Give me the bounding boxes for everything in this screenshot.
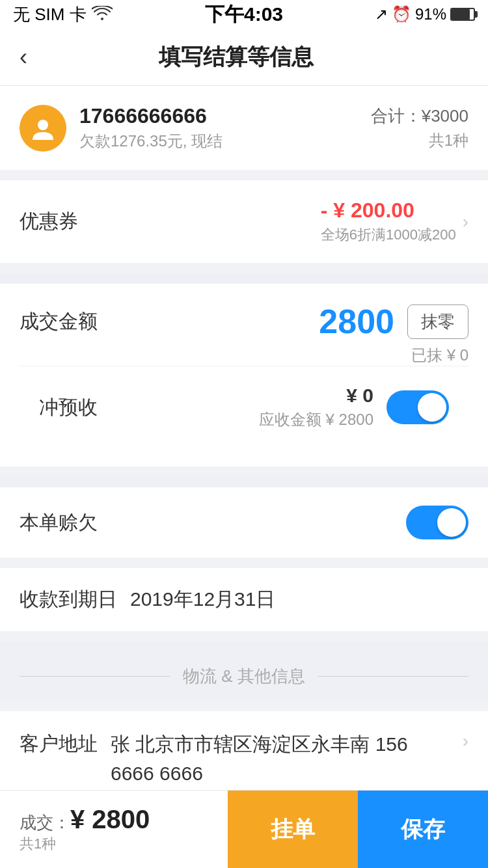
alarm-icon: ⏰: [392, 5, 411, 23]
location-icon: ↗: [375, 5, 388, 23]
round-button[interactable]: 抹零: [407, 305, 468, 339]
deal-section: 成交金额 2800 抹零 已抹 ¥ 0 冲预收 ¥ 0 应收金额 ¥ 2800: [0, 284, 488, 467]
user-card: 17666666666 欠款1276.35元, 现结 合计：¥3000 共1种: [0, 86, 488, 170]
deal-amount-row: 成交金额 2800 抹零: [20, 302, 468, 341]
coupon-row[interactable]: 优惠券 - ¥ 200.00 全场6折满1000减200 ›: [0, 180, 488, 263]
divider-line-right: [318, 676, 468, 677]
bottom-bar: 成交：¥ 2800 共1种 挂单 保存: [0, 790, 488, 868]
coupon-desc: 全场6折满1000减200: [321, 225, 456, 245]
chevron-right-icon: ›: [463, 211, 468, 232]
pending-button[interactable]: 挂单: [228, 791, 358, 868]
deal-label: 成交金额: [20, 308, 98, 335]
bottom-deal-count: 共1种: [20, 834, 208, 854]
wifi-icon: [92, 5, 113, 25]
bottom-info: 成交：¥ 2800 共1种: [0, 791, 228, 868]
user-total: 合计：¥3000 共1种: [371, 105, 468, 151]
carrier-text: 无 SIM 卡: [13, 3, 87, 26]
user-subtext: 欠款1276.35元, 现结: [79, 131, 223, 152]
deal-sub: 已抹 ¥ 0: [20, 345, 468, 366]
battery-text: 91%: [415, 5, 446, 23]
owing-toggle-knob: [437, 508, 466, 537]
status-left: 无 SIM 卡: [13, 3, 113, 26]
prepay-toggle[interactable]: [386, 390, 449, 424]
divider-text: 物流 & 其他信息: [183, 665, 305, 688]
bottom-deal-row: 成交：¥ 2800: [20, 805, 208, 834]
divider-line-left: [20, 676, 170, 677]
owing-toggle[interactable]: [406, 506, 468, 539]
prepay-amount-block: ¥ 0 应收金额 ¥ 2800: [259, 385, 373, 430]
prepay-right: ¥ 0 应收金额 ¥ 2800: [259, 385, 449, 430]
status-time: 下午4:03: [205, 1, 283, 28]
prepay-label: 冲预收: [39, 394, 98, 421]
address-label: 客户地址: [20, 731, 98, 757]
deal-amount-value: 2800: [319, 302, 394, 341]
save-button[interactable]: 保存: [358, 791, 488, 868]
section-divider: 物流 & 其他信息: [0, 652, 488, 701]
toggle-knob: [418, 393, 446, 422]
user-info-left: 17666666666 欠款1276.35元, 现结: [20, 104, 223, 152]
user-phone: 17666666666: [79, 104, 223, 128]
user-details: 17666666666 欠款1276.35元, 现结: [79, 104, 223, 152]
battery-icon: [450, 8, 475, 21]
prepay-sub: 应收金额 ¥ 2800: [259, 409, 373, 430]
nav-bar: ‹ 填写结算等信息: [0, 29, 488, 86]
prepay-row: 冲预收 ¥ 0 应收金额 ¥ 2800: [20, 366, 468, 448]
duedate-row: 收款到期日 2019年12月31日: [0, 568, 488, 631]
status-bar: 无 SIM 卡 下午4:03 ↗ ⏰ 91%: [0, 0, 488, 29]
duedate-value: 2019年12月31日: [130, 586, 275, 613]
bottom-deal-label: 成交：: [20, 813, 70, 832]
coupon-label: 优惠券: [20, 208, 78, 235]
total-count: 共1种: [371, 130, 468, 151]
duedate-label: 收款到期日: [20, 586, 117, 613]
coupon-right: - ¥ 200.00 全场6折满1000减200 ›: [321, 198, 468, 245]
svg-point-0: [38, 120, 48, 130]
deal-right: 2800 抹零: [319, 302, 468, 341]
bottom-deal-amount: ¥ 2800: [70, 805, 150, 834]
separator3: [0, 642, 488, 652]
nav-title: 填写结算等信息: [40, 42, 432, 72]
status-right: ↗ ⏰ 91%: [375, 5, 475, 23]
avatar: [20, 105, 66, 152]
coupon-discount: - ¥ 200.00: [321, 198, 456, 223]
separator2: [0, 477, 488, 487]
owing-row: 本单赊欠: [0, 487, 488, 558]
address-chevron-icon: ›: [463, 731, 468, 752]
prepay-amount: ¥ 0: [259, 385, 373, 407]
owing-label: 本单赊欠: [20, 509, 98, 536]
back-button[interactable]: ‹: [20, 44, 27, 71]
total-label: 合计：¥3000: [371, 105, 468, 128]
address-value: 张 北京市市辖区海淀区永丰南 156 6666 6666: [111, 729, 456, 788]
separator: [0, 273, 488, 284]
